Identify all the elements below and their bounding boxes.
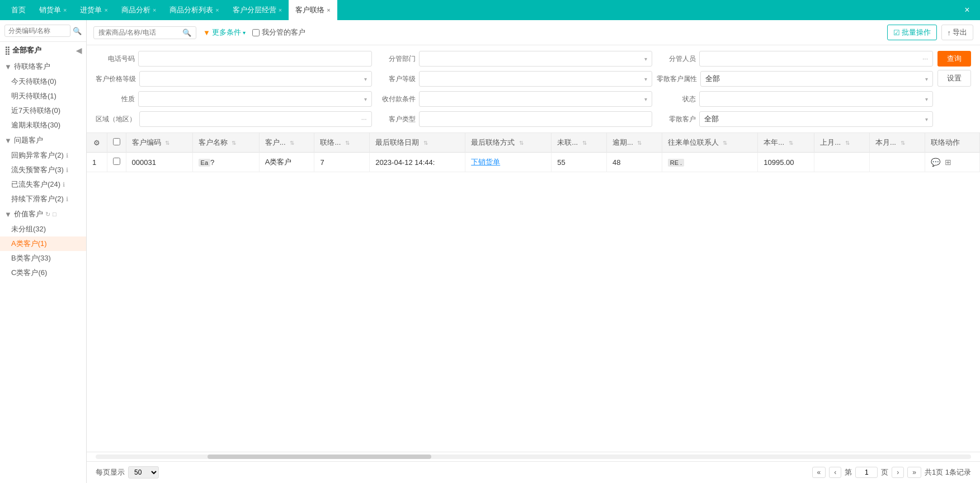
col-last-method: 最后联络方式 ⇅ xyxy=(465,133,552,153)
select-all-col[interactable] xyxy=(107,133,126,153)
retail-customer-label: 零散客户 xyxy=(657,115,696,124)
col-this-year: 本年... ⇅ xyxy=(758,133,814,153)
row-index: 1 xyxy=(87,153,107,172)
batch-op-button[interactable]: ☑ 批量操作 xyxy=(887,25,937,40)
data-table-container: ⚙ 客户编码 ⇅ 客户名称 ⇅ 客户... ⇅ 联络... ⇅ 最后联络日期 ⇅… xyxy=(87,133,980,452)
info-icon: ℹ xyxy=(63,181,65,188)
chat-icon[interactable]: 💬 xyxy=(931,158,940,167)
nav-close-icon[interactable]: × xyxy=(279,7,282,13)
settings-col-header[interactable]: ⚙ xyxy=(87,133,107,153)
settings-button[interactable]: 设置 xyxy=(937,70,971,87)
sidebar-search-input[interactable] xyxy=(4,25,70,37)
nav-close-icon[interactable]: × xyxy=(215,7,219,13)
nav-item-进货单[interactable]: 进货单× xyxy=(73,0,114,20)
row-checkbox-cell[interactable] xyxy=(107,153,126,172)
col-unit-contact: 往来单位联系人 ⇅ xyxy=(662,133,758,153)
row-last-method[interactable]: 下销货单 xyxy=(465,153,552,172)
status-select[interactable]: ▾ xyxy=(699,91,933,107)
scrollbar-thumb[interactable] xyxy=(208,454,431,459)
nav-item-客户分层经营[interactable]: 客户分层经营× xyxy=(226,0,289,20)
nature-select[interactable]: ▾ xyxy=(138,91,372,107)
sidebar-item[interactable]: 流失预警客户(3)ℹ xyxy=(0,163,86,177)
sidebar-item-label: 未分组(32) xyxy=(11,224,46,234)
my-customers-checkbox[interactable] xyxy=(252,29,260,36)
query-button[interactable]: 查询 xyxy=(937,51,971,67)
dept-select[interactable]: ▾ xyxy=(419,51,653,67)
sidebar-item[interactable]: 持续下滑客户(2)ℹ xyxy=(0,192,86,206)
sidebar-group-待联络客户[interactable]: ▼待联络客户 xyxy=(0,59,86,74)
phone-input[interactable] xyxy=(138,51,372,67)
sidebar-all-customers[interactable]: ⣿ 全部客户 ◀ xyxy=(0,42,86,59)
batch-op-label: 批量操作 xyxy=(902,27,931,37)
phone-field: 电话号码 xyxy=(96,51,372,67)
nav-close-icon[interactable]: × xyxy=(104,7,107,13)
manager-input[interactable]: ··· xyxy=(699,51,933,67)
sidebar-item[interactable]: A类客户(1) xyxy=(0,236,86,251)
main-search-input[interactable] xyxy=(98,29,182,36)
last-method-link[interactable]: 下销货单 xyxy=(471,158,500,166)
next-page-btn[interactable]: › xyxy=(892,467,904,478)
horizontal-scrollbar[interactable] xyxy=(87,452,980,461)
region-input[interactable]: ··· xyxy=(139,111,372,127)
status-label: 状态 xyxy=(657,94,696,104)
my-customers-filter[interactable]: 我分管的客户 xyxy=(252,27,305,37)
payment-select[interactable]: ▾ xyxy=(419,91,653,107)
group-arrow: ▼ xyxy=(4,136,12,145)
add-icon[interactable]: □ xyxy=(53,211,56,217)
retail-attr-select[interactable]: 全部▾ xyxy=(700,71,933,87)
last-page-btn[interactable]: » xyxy=(907,467,921,478)
customer-grade-select[interactable]: ▾ xyxy=(419,71,653,87)
select-all-checkbox[interactable] xyxy=(113,138,120,145)
more-filters-label: 更多条件 xyxy=(212,27,241,37)
nav-item-首页[interactable]: 首页 xyxy=(4,0,32,20)
sidebar-item[interactable]: 逾期未联络(30) xyxy=(0,118,86,132)
col-action: 联络动作 xyxy=(925,133,979,153)
customer-type-field: 客户类型 xyxy=(376,111,653,127)
sidebar-item-label: 已流失客户(24) xyxy=(11,179,60,190)
info-icon: ℹ xyxy=(66,167,68,174)
nav-close-icon[interactable]: × xyxy=(327,7,330,13)
sidebar-item[interactable]: 明天待联络(1) xyxy=(0,89,86,103)
more-filters-btn[interactable]: ▼ 更多条件 ▾ xyxy=(203,27,246,37)
sidebar-item[interactable]: 回购异常客户(2)ℹ xyxy=(0,148,86,163)
retail-customer-field: 零散客户 全部▾ xyxy=(657,111,933,127)
sidebar-item[interactable]: C类客户(6) xyxy=(0,266,86,280)
search-box[interactable]: 🔍 xyxy=(93,26,196,39)
col-type: 客户... ⇅ xyxy=(259,133,314,153)
sidebar-search-icon: 🔍 xyxy=(73,27,82,35)
sidebar-group-价值客户[interactable]: ▼价值客户↻□ xyxy=(0,206,86,222)
row-name: Ea? xyxy=(192,153,259,172)
price-grade-field: 客户价格等级 ▾ xyxy=(96,71,372,87)
first-page-btn[interactable]: « xyxy=(812,467,826,478)
sidebar-item[interactable]: B类客户(33) xyxy=(0,251,86,266)
sidebar-group-问题客户[interactable]: ▼问题客户 xyxy=(0,132,86,148)
page-number-input[interactable] xyxy=(855,467,878,478)
nav-item-商品分析列表[interactable]: 商品分析列表× xyxy=(163,0,225,20)
export-button[interactable]: ↑ 导出 xyxy=(941,25,974,40)
manager-label: 分管人员 xyxy=(657,54,696,64)
qr-icon[interactable]: ⊞ xyxy=(945,158,951,167)
prev-page-btn[interactable]: ‹ xyxy=(829,467,841,478)
payment-label: 收付款条件 xyxy=(376,94,416,104)
refresh-icon[interactable]: ↻ xyxy=(45,211,50,218)
page-size-select[interactable]: 50 100 200 xyxy=(128,466,159,479)
retail-customer-select[interactable]: 全部▾ xyxy=(699,111,933,127)
sidebar-item[interactable]: 今天待联络(0) xyxy=(0,74,86,89)
payment-field: 收付款条件 ▾ xyxy=(376,91,653,107)
nav-item-销货单[interactable]: 销货单× xyxy=(32,0,73,20)
sidebar-search-bar: 🔍 xyxy=(0,20,86,42)
sidebar-collapse-btn[interactable]: ◀ xyxy=(76,46,82,55)
sidebar-item[interactable]: 已流失客户(24)ℹ xyxy=(0,177,86,192)
sidebar-item[interactable]: 近7天待联络(0) xyxy=(0,103,86,118)
row-this-year: 10995.00 xyxy=(758,153,814,172)
price-grade-select[interactable]: ▾ xyxy=(139,71,372,87)
group-title-label: 问题客户 xyxy=(14,135,43,145)
row-checkbox[interactable] xyxy=(113,158,120,165)
customer-type-input[interactable] xyxy=(419,111,653,127)
nav-item-客户联络[interactable]: 客户联络× xyxy=(289,0,337,20)
global-close-button[interactable]: × xyxy=(959,2,976,18)
nav-close-icon[interactable]: × xyxy=(153,7,156,13)
sidebar-item[interactable]: 未分组(32) xyxy=(0,222,86,236)
nav-item-商品分析[interactable]: 商品分析× xyxy=(115,0,163,20)
nav-close-icon[interactable]: × xyxy=(63,7,67,13)
